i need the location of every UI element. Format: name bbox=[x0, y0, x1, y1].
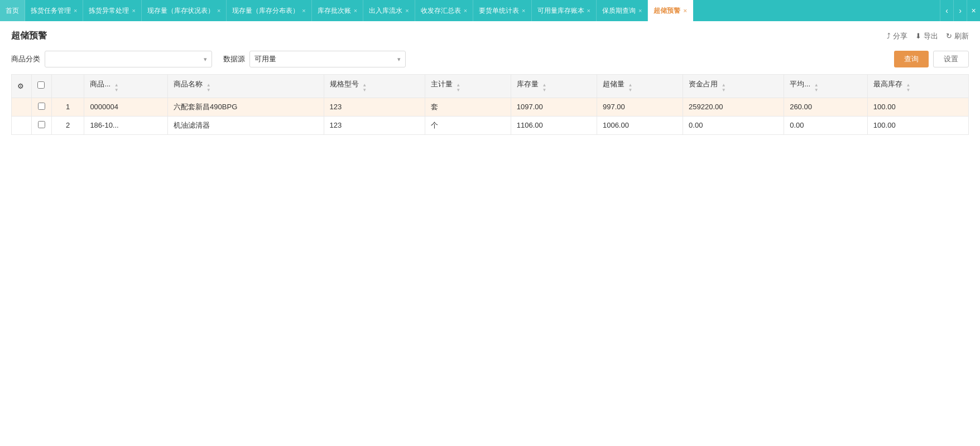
cell-max-stock: 100.00 bbox=[867, 98, 968, 116]
close-icon[interactable]: × bbox=[354, 7, 357, 14]
query-button[interactable]: 查询 bbox=[894, 51, 929, 67]
page-title: 超储预警 bbox=[11, 30, 47, 42]
nav-close-button[interactable]: × bbox=[967, 0, 980, 21]
cell-unit: 套 bbox=[425, 98, 511, 116]
datasource-label: 数据源 bbox=[223, 54, 245, 64]
nav-exception-handling[interactable]: 拣货异常处理 × bbox=[83, 0, 141, 21]
close-icon[interactable]: × bbox=[638, 7, 642, 14]
sort-icon: ▲▼ bbox=[206, 83, 211, 93]
close-icon[interactable]: × bbox=[522, 7, 525, 14]
cell-over-stock: 997.00 bbox=[597, 98, 683, 116]
top-navigation: 首页 拣货任务管理 × 拣货异常处理 × 现存量（库存状况表） × 现存量（库存… bbox=[0, 0, 980, 21]
share-button[interactable]: ⤴ 分享 bbox=[887, 31, 907, 41]
th-over-stock[interactable]: 超储量 ▲▼ bbox=[597, 75, 683, 98]
th-product-name[interactable]: 商品名称 ▲▼ bbox=[168, 75, 324, 98]
th-product-code[interactable]: 商品... ▲▼ bbox=[84, 75, 168, 98]
nav-batch-account[interactable]: 库存批次账 × bbox=[312, 0, 363, 21]
cell-max-stock: 100.00 bbox=[867, 116, 968, 134]
cell-product-code: 0000004 bbox=[84, 98, 168, 116]
cell-capital-use: 0.00 bbox=[683, 116, 784, 134]
filter-row: 商品分类 ▾ 数据源 可用量 ▾ 查询 设置 bbox=[11, 51, 969, 67]
sort-icon: ▲▼ bbox=[542, 83, 546, 93]
datasource-filter-group: 数据源 可用量 ▾ bbox=[223, 51, 406, 67]
nav-quality-period[interactable]: 保质期查询 × bbox=[597, 0, 648, 21]
refresh-icon: ↻ bbox=[946, 32, 952, 40]
close-icon[interactable]: × bbox=[405, 7, 409, 14]
row-checkbox[interactable] bbox=[38, 103, 45, 110]
nav-home[interactable]: 首页 bbox=[0, 0, 25, 21]
row-number: 1 bbox=[52, 98, 84, 116]
cell-unit: 个 bbox=[425, 116, 511, 134]
category-label: 商品分类 bbox=[11, 54, 40, 64]
cell-product-name: 机油滤清器 bbox=[168, 116, 324, 134]
nav-overstock-warning[interactable]: 超储预警 × bbox=[648, 0, 693, 21]
cell-spec: 123 bbox=[324, 98, 425, 116]
category-filter-group: 商品分类 ▾ bbox=[11, 51, 212, 67]
datasource-select[interactable]: 可用量 ▾ bbox=[249, 51, 406, 67]
nav-prev-button[interactable]: ‹ bbox=[940, 0, 953, 21]
th-gear[interactable]: ⚙ bbox=[12, 75, 32, 98]
th-max-stock[interactable]: 最高库存 ▲▼ bbox=[867, 75, 968, 98]
datasource-select-value: 可用量 bbox=[254, 54, 276, 64]
cell-product-name: 六配套新昌490BPG bbox=[168, 98, 324, 116]
sort-icon: ▲▼ bbox=[722, 83, 726, 93]
sort-icon: ▲▼ bbox=[906, 83, 910, 93]
data-table: ⚙ 商品... ▲▼ 商品名称 ▲▼ 规格型号 ▲▼ 主计 bbox=[11, 74, 969, 135]
sort-icon: ▲▼ bbox=[362, 83, 367, 93]
nav-inout-flow[interactable]: 出入库流水 × bbox=[363, 0, 415, 21]
close-icon[interactable]: × bbox=[74, 7, 77, 14]
select-all-checkbox[interactable] bbox=[37, 81, 45, 89]
page-actions: ⤴ 分享 ⬇ 导出 ↻ 刷新 bbox=[887, 31, 969, 41]
page-container: 超储预警 ⤴ 分享 ⬇ 导出 ↻ 刷新 商品分类 ▾ 数据源 bbox=[0, 21, 980, 446]
close-icon[interactable]: × bbox=[217, 7, 220, 14]
row-action-cell bbox=[12, 116, 32, 134]
row-checkbox-cell bbox=[32, 116, 52, 134]
nav-task-management[interactable]: 拣货任务管理 × bbox=[25, 0, 83, 21]
category-select[interactable]: ▾ bbox=[45, 51, 212, 67]
cell-avg: 0.00 bbox=[784, 116, 868, 134]
nav-stock-distribution[interactable]: 现存量（库存分布表） × bbox=[227, 0, 311, 21]
th-stock[interactable]: 库存量 ▲▼ bbox=[511, 75, 597, 98]
cell-avg: 260.00 bbox=[784, 98, 868, 116]
chevron-down-icon: ▾ bbox=[397, 56, 401, 63]
cell-stock: 1106.00 bbox=[511, 116, 597, 134]
sort-icon: ▲▼ bbox=[814, 83, 819, 93]
table-row: 2 186-10... 机油滤清器 123 个 1106.00 1006.00 … bbox=[12, 116, 969, 134]
sort-icon: ▲▼ bbox=[114, 83, 119, 93]
nav-collect-summary[interactable]: 收发存汇总表 × bbox=[415, 0, 473, 21]
export-icon: ⬇ bbox=[915, 32, 921, 40]
close-icon[interactable]: × bbox=[587, 7, 590, 14]
page-header: 超储预警 ⤴ 分享 ⬇ 导出 ↻ 刷新 bbox=[11, 30, 969, 42]
close-icon[interactable]: × bbox=[302, 7, 305, 14]
th-unit[interactable]: 主计量 ▲▼ bbox=[425, 75, 511, 98]
th-checkbox bbox=[32, 75, 52, 98]
settings-button[interactable]: 设置 bbox=[933, 51, 969, 67]
cell-capital-use: 259220.00 bbox=[683, 98, 784, 116]
sort-icon: ▲▼ bbox=[628, 83, 633, 93]
close-icon[interactable]: × bbox=[464, 7, 467, 14]
close-icon[interactable]: × bbox=[683, 7, 686, 14]
chevron-down-icon: ▾ bbox=[204, 56, 207, 63]
row-checkbox[interactable] bbox=[38, 121, 45, 128]
nav-order-stats[interactable]: 要货单统计表 × bbox=[473, 0, 531, 21]
row-action-cell bbox=[12, 98, 32, 116]
share-icon: ⤴ bbox=[887, 32, 891, 40]
cell-product-code: 186-10... bbox=[84, 116, 168, 134]
filter-buttons: 查询 设置 bbox=[894, 51, 969, 67]
sort-icon: ▲▼ bbox=[456, 83, 460, 93]
refresh-button[interactable]: ↻ 刷新 bbox=[946, 31, 969, 41]
nav-available-stock[interactable]: 可用量库存账本 × bbox=[532, 0, 597, 21]
nav-next-button[interactable]: › bbox=[953, 0, 967, 21]
th-capital-use[interactable]: 资金占用 ▲▼ bbox=[683, 75, 784, 98]
nav-stock-status[interactable]: 现存量（库存状况表） × bbox=[142, 0, 227, 21]
th-row-num bbox=[52, 75, 84, 98]
row-checkbox-cell bbox=[32, 98, 52, 116]
close-icon[interactable]: × bbox=[132, 7, 135, 14]
cell-over-stock: 1006.00 bbox=[597, 116, 683, 134]
th-avg[interactable]: 平均... ▲▼ bbox=[784, 75, 868, 98]
table-header-row: ⚙ 商品... ▲▼ 商品名称 ▲▼ 规格型号 ▲▼ 主计 bbox=[12, 75, 969, 98]
cell-stock: 1097.00 bbox=[511, 98, 597, 116]
th-spec[interactable]: 规格型号 ▲▼ bbox=[324, 75, 425, 98]
nav-arrows-group: ‹ › × bbox=[940, 0, 980, 21]
export-button[interactable]: ⬇ 导出 bbox=[915, 31, 938, 41]
